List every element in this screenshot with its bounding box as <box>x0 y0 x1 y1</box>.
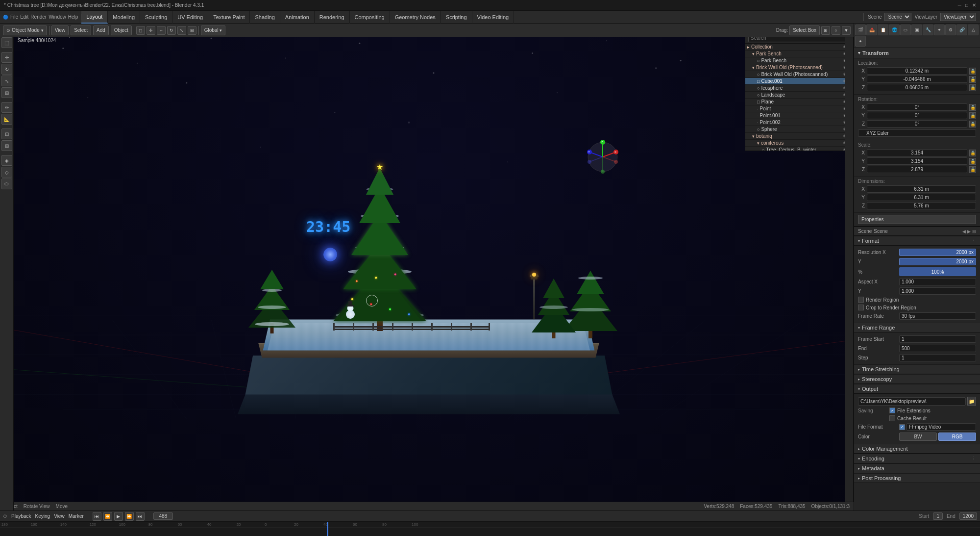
end-frame[interactable]: 1200 <box>959 512 977 520</box>
outliner-item[interactable]: □Plane👁◈ <box>745 99 854 105</box>
loc-z-lock[interactable]: 🔒 <box>969 84 976 91</box>
timeline-scrub-bar[interactable]: -180 -160 -140 -120 -100 -80 -60 -40 -20… <box>0 522 980 536</box>
output-path-input[interactable]: C:\Users\YK\Desktop\preview\ <box>858 397 966 406</box>
current-frame[interactable]: 488 <box>153 512 173 520</box>
loc-y-lock[interactable]: 🔒 <box>969 76 976 83</box>
outliner-item[interactable]: ○Tree_Cedrus_B_winter👁◈ <box>745 147 854 151</box>
workspace-tab-animation[interactable]: Animation <box>280 11 315 24</box>
tool-shear-icon[interactable]: ◇ <box>1 167 12 178</box>
outliner-item[interactable]: ·Point.002👁◈ <box>745 119 854 126</box>
marker-btn[interactable]: Marker <box>69 513 84 519</box>
scale-y-value[interactable]: 3.154 <box>867 157 967 165</box>
workspace-tab-scripting[interactable]: Scripting <box>441 11 472 24</box>
playback-btn[interactable]: Playback <box>11 513 31 519</box>
ffmpeg-checkbox[interactable]: ✓ <box>899 424 905 430</box>
loc-z-value[interactable]: 0.06836 m <box>867 84 967 91</box>
filter-icon[interactable]: ▼ <box>842 26 851 35</box>
loc-x-lock[interactable]: 🔒 <box>969 68 976 75</box>
file-extensions-checkbox[interactable]: ✓ <box>889 408 895 413</box>
tool-scale-icon[interactable]: ⤡ <box>1 76 12 86</box>
jump-start-btn[interactable]: ⏮ <box>93 512 101 521</box>
close-btn[interactable]: ✕ <box>972 2 976 8</box>
path-browse-btn[interactable]: 📁 <box>967 397 976 406</box>
tool-extrude-icon[interactable]: ⊞ <box>1 140 12 151</box>
stereoscopy-header[interactable]: ▸ Stereoscopy <box>854 375 980 384</box>
post-processing-header[interactable]: ▸ Post Processing <box>854 474 980 483</box>
tool-rotate[interactable]: ↻ <box>167 26 176 35</box>
outliner-item[interactable]: ▸Collection👁◈ <box>745 44 854 51</box>
encoding-header[interactable]: ▾ Encoding ⋮ <box>854 454 980 463</box>
frame-end-value[interactable]: 500 <box>899 345 976 352</box>
help-menu[interactable]: Help <box>68 14 78 20</box>
viewport-gizmo[interactable]: X Y Z <box>586 140 620 174</box>
outliner-item[interactable]: ▾Brick Wall Old (Photoscanned)👁◈ <box>745 64 854 71</box>
color-management-header[interactable]: ▸ Color Management <box>854 444 980 454</box>
loc-x-value[interactable]: 0.12342 m <box>867 67 967 75</box>
material-icon[interactable]: ● <box>855 36 866 47</box>
particles-icon[interactable]: ✦ <box>934 25 945 35</box>
scene-prev-icon[interactable]: ◀ <box>962 229 966 234</box>
format-options-icon[interactable]: ⋮ <box>972 238 976 243</box>
workspace-tab-sculpting[interactable]: Sculpting <box>140 11 172 24</box>
workspace-tab-compositing[interactable]: Compositing <box>350 11 390 24</box>
outliner-item[interactable]: ○Brick Wall Old (Photoscanned)👁◈ <box>745 71 854 78</box>
start-frame[interactable]: 1 <box>933 512 943 520</box>
dim-y-value[interactable]: 6.31 m <box>867 194 976 201</box>
scene-icon[interactable]: 🌐 <box>889 25 900 35</box>
scene-select[interactable]: Scene <box>884 13 911 21</box>
window-menu[interactable]: Window <box>49 14 66 20</box>
tool-transform2-icon[interactable]: ⊞ <box>1 87 12 98</box>
res-y-value[interactable]: 2000 px <box>899 258 976 265</box>
outliner-item[interactable]: ·Point.001👁◈ <box>745 112 854 119</box>
rotate-view-status[interactable]: Rotate View <box>24 504 50 509</box>
metadata-header[interactable]: ▸ Metadata <box>854 464 980 473</box>
aspect-x-value[interactable]: 1.000 <box>899 278 976 285</box>
frame-start-value[interactable]: 1 <box>899 335 976 343</box>
frame-rate-value[interactable]: 30 fps <box>899 312 976 320</box>
outliner-item[interactable]: ○Park Bench👁◈ <box>745 57 854 64</box>
tool-rotate-icon[interactable]: ↻ <box>1 64 12 75</box>
rgb-btn[interactable]: RGB <box>938 433 976 441</box>
jump-end-btn[interactable]: ⏭ <box>136 512 145 521</box>
workspace-tab-layout[interactable]: Layout <box>81 11 108 24</box>
workspace-tab-modeling[interactable]: Modeling <box>108 11 140 24</box>
viewlayer-select[interactable]: ViewLayer <box>940 13 976 21</box>
rot-x-value[interactable]: 0° <box>867 103 967 111</box>
rot-mode-value[interactable]: XYZ Euler <box>858 129 976 137</box>
modifiers-icon[interactable]: 🔧 <box>923 25 933 35</box>
tool-cursor[interactable]: ✛ <box>147 26 155 35</box>
scale-x-value[interactable]: 3.154 <box>867 149 967 156</box>
scale-z-lock[interactable]: 🔒 <box>969 166 976 173</box>
rot-z-value[interactable]: 0° <box>867 120 967 128</box>
outliner-item[interactable]: ▾Park Bench👁◈ <box>745 51 854 57</box>
properties-btn[interactable]: Properties <box>858 215 976 224</box>
move-status[interactable]: Move <box>56 504 68 509</box>
crop-checkbox[interactable] <box>858 305 864 310</box>
bw-btn[interactable]: BW <box>899 433 937 441</box>
dim-z-value[interactable]: 5.76 m <box>867 202 976 209</box>
outliner-item[interactable]: ·Point👁◈ <box>745 105 854 112</box>
render-icon[interactable]: 🎬 <box>855 25 866 35</box>
cache-checkbox[interactable] <box>889 415 895 421</box>
tool-measure-icon[interactable]: 📐 <box>1 114 12 125</box>
outliner-item[interactable]: ▾botaniq👁◈ <box>745 133 854 140</box>
tool-move[interactable]: ↔ <box>157 26 166 35</box>
workspace-tab-geometry-nodes[interactable]: Geometry Nodes <box>390 11 441 24</box>
outliner-item[interactable]: □Cube.001👁◈ <box>745 78 854 85</box>
file-format-value[interactable]: FFmpeg Video <box>906 423 976 431</box>
output-icon[interactable]: 📤 <box>866 25 877 35</box>
workspace-tab-video-editing[interactable]: Video Editing <box>472 11 514 24</box>
add-btn[interactable]: Add <box>93 26 109 35</box>
transform-header[interactable]: ▾ Transform <box>854 48 980 58</box>
workspace-tab-uv-editing[interactable]: UV Editing <box>172 11 208 24</box>
mode-selector[interactable]: ⊙ Object Mode ▾ <box>3 26 47 35</box>
proportional-edit-icon[interactable]: ○ <box>832 26 840 35</box>
scene-next-icon[interactable]: ▶ <box>967 229 971 234</box>
edit-menu[interactable]: Edit <box>20 14 28 20</box>
minimize-btn[interactable]: ─ <box>958 2 961 8</box>
workspace-tab-shading[interactable]: Shading <box>250 11 280 24</box>
tool-select-icon[interactable]: ⬚ <box>1 37 12 48</box>
dim-x-value[interactable]: 6.31 m <box>867 185 976 193</box>
tool-annotate-icon[interactable]: ✏ <box>1 102 12 113</box>
aspect-y-value[interactable]: 1.000 <box>899 287 976 295</box>
